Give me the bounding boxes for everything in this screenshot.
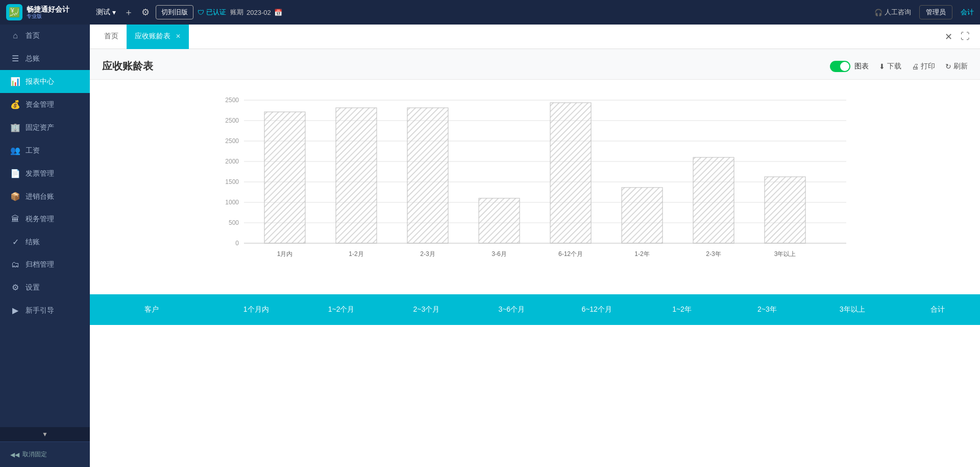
sidebar-icon-settings: ⚙ xyxy=(10,283,20,292)
expand-window-button[interactable]: ⛶ xyxy=(959,29,972,44)
svg-text:2000: 2000 xyxy=(225,158,239,165)
table-header-1: 1个月内 xyxy=(213,299,299,320)
sidebar-scroll-down[interactable]: ▼ xyxy=(0,427,90,441)
download-button[interactable]: ⬇ 下载 xyxy=(879,62,901,71)
bar-3年以上 xyxy=(765,177,805,243)
sidebar-item-settings[interactable]: ⚙设置 xyxy=(0,276,90,299)
tab-label-aging: 应收账龄表 xyxy=(135,32,170,41)
unpin-label: 取消固定 xyxy=(22,450,47,459)
sidebar-item-invoice[interactable]: 📄发票管理 xyxy=(0,162,90,185)
table-header-8: 3年以上 xyxy=(810,299,895,320)
sidebar-item-closing[interactable]: ✓结账 xyxy=(0,230,90,253)
tab-aging[interactable]: 应收账龄表✕ xyxy=(127,25,189,49)
sidebar-icon-home: ⌂ xyxy=(10,31,20,40)
sidebar-item-guide[interactable]: ▶新手引导 xyxy=(0,299,90,322)
sidebar-icon-ledger: ☰ xyxy=(10,54,20,63)
sidebar-item-tax[interactable]: 🏛税务管理 xyxy=(0,208,90,230)
sidebar-icon-assets: 🏢 xyxy=(10,123,20,132)
svg-text:2500: 2500 xyxy=(225,97,239,104)
svg-text:2500: 2500 xyxy=(225,137,239,145)
svg-text:2-3年: 2-3年 xyxy=(706,250,721,258)
report-header: 应收账龄表 图表 ⬇ 下载 🖨 打印 xyxy=(90,49,980,80)
logo-text: 畅捷通好会计 专业版 xyxy=(27,5,69,20)
sidebar-item-ledger[interactable]: ☰总账 xyxy=(0,47,90,70)
sidebar-icon-guide: ▶ xyxy=(10,306,20,315)
table-header-3: 2~3个月 xyxy=(384,299,469,320)
main-layout: ⌂首页☰总账📊报表中心💰资金管理🏢固定资产👥工资📄发票管理📦进销台账🏛税务管理✓… xyxy=(0,25,980,467)
close-window-button[interactable]: ✕ xyxy=(943,29,954,44)
page-content: 应收账龄表 图表 ⬇ 下载 🖨 打印 xyxy=(90,49,980,467)
tab-label-home: 首页 xyxy=(104,32,118,41)
sidebar: ⌂首页☰总账📊报表中心💰资金管理🏢固定资产👥工资📄发票管理📦进销台账🏛税务管理✓… xyxy=(0,25,90,467)
report-actions: 图表 ⬇ 下载 🖨 打印 ↻ 刷新 xyxy=(830,61,968,72)
refresh-button[interactable]: ↻ 刷新 xyxy=(945,62,968,71)
sidebar-item-assets[interactable]: 🏢固定资产 xyxy=(0,116,90,139)
project-name: 测试 xyxy=(96,8,110,17)
report-title: 应收账龄表 xyxy=(102,59,153,73)
support-label: 人工咨询 xyxy=(885,8,911,17)
svg-text:1500: 1500 xyxy=(225,178,239,185)
sidebar-label-settings: 设置 xyxy=(26,283,40,292)
period-label: 账期 xyxy=(230,8,243,17)
bar-chart: 2500 2500 2500 2000 1500 1000 500 0 xyxy=(102,90,968,284)
svg-text:3-6月: 3-6月 xyxy=(492,250,506,258)
print-label: 打印 xyxy=(921,62,935,71)
table-header-5: 6~12个月 xyxy=(554,299,640,320)
svg-text:500: 500 xyxy=(229,219,239,226)
download-icon: ⬇ xyxy=(879,62,885,71)
chart-svg-container: 2500 2500 2500 2000 1500 1000 500 0 xyxy=(102,90,968,284)
pin-icon: ◀◀ xyxy=(10,451,19,458)
sidebar-label-invoice: 发票管理 xyxy=(26,169,54,178)
content-area: 首页应收账龄表✕ ✕ ⛶ 应收账龄表 图表 ⬇ xyxy=(90,25,980,467)
report-container: 应收账龄表 图表 ⬇ 下载 🖨 打印 xyxy=(90,49,980,467)
sidebar-icon-invoice: 📄 xyxy=(10,169,20,178)
sidebar-item-purchase[interactable]: 📦进销台账 xyxy=(0,185,90,208)
calendar-icon[interactable]: 📅 xyxy=(274,9,282,16)
bar-2-3年 xyxy=(693,157,734,243)
svg-text:1-2年: 1-2年 xyxy=(634,250,649,258)
bar-1-2月 xyxy=(336,108,377,243)
sidebar-label-purchase: 进销台账 xyxy=(26,192,54,201)
download-label: 下载 xyxy=(887,62,901,71)
unpin-button[interactable]: ◀◀ 取消固定 xyxy=(5,447,85,462)
role-button[interactable]: 会计 xyxy=(961,8,974,17)
sidebar-item-funds[interactable]: 💰资金管理 xyxy=(0,93,90,116)
table-header-9: 合计 xyxy=(895,299,980,320)
sidebar-item-archive[interactable]: 🗂归档管理 xyxy=(0,253,90,276)
project-selector[interactable]: 测试 ▾ xyxy=(96,8,116,17)
sidebar-label-archive: 归档管理 xyxy=(26,260,54,269)
table-header-2: 1~2个月 xyxy=(299,299,384,320)
table-header-row: 客户1个月内1~2个月2~3个月3~6个月6~12个月1~2年2~3年3年以上合… xyxy=(90,294,980,325)
settings-icon[interactable]: ⚙ xyxy=(139,5,152,20)
switch-version-button[interactable]: 切到旧版 xyxy=(156,5,193,19)
sidebar-icon-purchase: 📦 xyxy=(10,192,20,201)
svg-text:6-12个月: 6-12个月 xyxy=(558,250,583,258)
sidebar-label-closing: 结账 xyxy=(26,238,40,247)
sidebar-item-reports[interactable]: 📊报表中心 xyxy=(0,70,90,93)
chevron-down-icon: ▾ xyxy=(112,8,116,16)
bar-3-6月 xyxy=(479,198,520,243)
logo-sub: 专业版 xyxy=(27,13,69,19)
user-button[interactable]: 管理员 xyxy=(919,5,952,19)
svg-text:1000: 1000 xyxy=(225,199,239,206)
logo: 💹 畅捷通好会计 专业版 xyxy=(6,4,88,20)
table-header-4: 3~6个月 xyxy=(469,299,554,320)
chart-toggle-wrap: 图表 xyxy=(830,61,869,72)
topbar-actions: ＋ ⚙ 切到旧版 🛡 已认证 账期 2023-02 📅 xyxy=(122,4,282,20)
topbar: 💹 畅捷通好会计 专业版 测试 ▾ ＋ ⚙ 切到旧版 🛡 已认证 账期 2023… xyxy=(0,0,980,25)
table-header-0: 客户 xyxy=(90,299,213,320)
tab-close-aging[interactable]: ✕ xyxy=(176,33,181,40)
support-button[interactable]: 🎧 人工咨询 xyxy=(874,8,911,17)
print-button[interactable]: 🖨 打印 xyxy=(912,62,935,71)
sidebar-label-tax: 税务管理 xyxy=(26,215,54,224)
bar-2-3月 xyxy=(407,108,448,243)
tab-home[interactable]: 首页 xyxy=(96,25,127,49)
add-button[interactable]: ＋ xyxy=(122,4,135,20)
chart-toggle[interactable] xyxy=(830,61,850,72)
svg-text:0: 0 xyxy=(235,240,239,247)
sidebar-icon-reports: 📊 xyxy=(10,77,20,86)
sidebar-icon-salary: 👥 xyxy=(10,146,20,155)
sidebar-item-salary[interactable]: 👥工资 xyxy=(0,139,90,162)
sidebar-item-home[interactable]: ⌂首页 xyxy=(0,25,90,47)
headset-icon: 🎧 xyxy=(874,9,883,16)
